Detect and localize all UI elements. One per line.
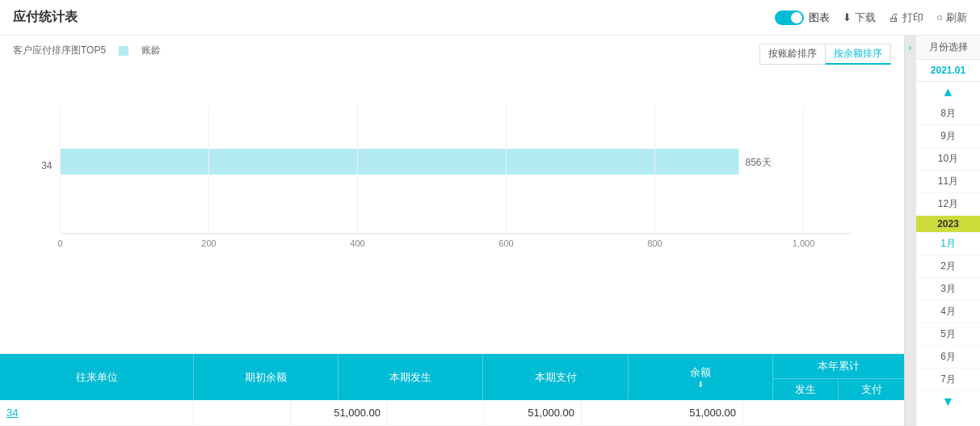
td-wanglai[interactable]: 34 xyxy=(0,400,194,425)
refresh-icon: ○ xyxy=(936,11,943,23)
month-item-4[interactable]: 4月 xyxy=(916,301,980,323)
month-item-2[interactable]: 2月 xyxy=(916,255,980,278)
svg-text:400: 400 xyxy=(350,238,364,248)
sort-by-balance-button[interactable]: 按账龄排序 xyxy=(759,44,825,65)
chart-svg: 34 856天 0 200 400 600 800 1,000 xyxy=(13,64,891,282)
td-bnlj-zf xyxy=(743,400,904,425)
month-item-7[interactable]: 7月 xyxy=(916,369,980,391)
chart-container: 34 856天 0 200 400 600 800 1,000 xyxy=(13,64,891,290)
svg-text:856天: 856天 xyxy=(746,157,772,168)
th-bennianleiji: 本年累计 发生 支付 xyxy=(773,354,904,400)
legend-color-label: 账龄 xyxy=(141,44,161,57)
td-bnlj-fs: 51,000.00 xyxy=(582,400,743,425)
download-label: 下载 xyxy=(855,11,876,25)
svg-text:0: 0 xyxy=(57,238,62,248)
td-bqzf xyxy=(388,400,485,425)
header-actions: 图表 ⬇ 下载 🖨 打印 ○ 刷新 xyxy=(775,11,967,25)
svg-text:200: 200 xyxy=(201,238,216,248)
download-icon: ⬇ xyxy=(843,11,852,23)
table-row: 34 51,000.00 51,000.00 xyxy=(0,400,904,426)
month-nav-down[interactable]: ▼ xyxy=(916,391,980,412)
th-benbqifasheng: 本期发生 xyxy=(339,354,483,400)
month-item-1[interactable]: 1月 xyxy=(916,233,980,255)
panel-divider[interactable]: › xyxy=(904,36,915,426)
month-item-8[interactable]: 8月 xyxy=(916,103,980,125)
th-ye: 余额 ⬇ xyxy=(629,354,773,400)
legend-text: 客户应付排序图TOP5 xyxy=(13,44,106,57)
month-item-3[interactable]: 3月 xyxy=(916,278,980,301)
svg-text:800: 800 xyxy=(647,238,662,248)
chevron-right-icon: › xyxy=(909,42,912,53)
chart-toggle[interactable] xyxy=(775,11,804,25)
refresh-label: 刷新 xyxy=(946,11,967,25)
year-label-2023: 2023 xyxy=(916,216,980,233)
month-item-10[interactable]: 10月 xyxy=(916,148,980,171)
th-wanglaidanwei: 往来单位 xyxy=(0,354,194,400)
svg-text:1,000: 1,000 xyxy=(793,238,815,248)
month-selector-header: 月份选择 xyxy=(916,36,980,60)
month-item-12[interactable]: 12月 xyxy=(916,193,980,216)
th-qichuye: 期初余额 xyxy=(194,354,339,400)
svg-rect-1 xyxy=(61,149,739,175)
print-icon: 🖨 xyxy=(889,11,899,23)
month-item-6[interactable]: 6月 xyxy=(916,346,980,369)
print-label: 打印 xyxy=(902,11,923,25)
sort-buttons: 按账龄排序 按余额排序 xyxy=(759,44,891,65)
svg-text:600: 600 xyxy=(498,238,513,248)
month-item-5[interactable]: 5月 xyxy=(916,323,980,346)
selected-month[interactable]: 2021.01 xyxy=(916,60,980,82)
month-list: 8月 9月 10月 11月 12月 2023 1月 2月 3月 4月 5月 6月… xyxy=(916,103,980,391)
page-title: 应付统计表 xyxy=(13,9,78,26)
table-header: 往来单位 期初余额 本期发生 本期支付 余额 ⬇ xyxy=(0,354,904,400)
table-area: 往来单位 期初余额 本期发生 本期支付 余额 ⬇ xyxy=(0,353,904,426)
month-selector-panel: 月份选择 2021.01 ▲ 8月 9月 10月 11月 12月 2023 1月… xyxy=(915,36,980,426)
td-bnlj-group: 51,000.00 xyxy=(582,400,904,425)
toggle-label: 图表 xyxy=(809,11,830,25)
sort-by-amount-button[interactable]: 按余额排序 xyxy=(825,44,891,65)
td-qichuye xyxy=(194,400,291,425)
print-button[interactable]: 🖨 打印 xyxy=(889,11,923,25)
month-item-11[interactable]: 11月 xyxy=(916,171,980,193)
td-bqfs: 51,000.00 xyxy=(291,400,388,425)
svg-text:34: 34 xyxy=(41,160,53,171)
legend-dot xyxy=(119,46,128,56)
th-benbqizhifu: 本期支付 xyxy=(483,354,628,400)
chart-toggle-container[interactable]: 图表 xyxy=(775,11,830,25)
month-item-9[interactable]: 9月 xyxy=(916,125,980,148)
month-nav-up[interactable]: ▲ xyxy=(916,82,980,103)
chart-area: 客户应付排序图TOP5 账龄 按账龄排序 按余额排序 34 xyxy=(0,36,904,353)
download-button[interactable]: ⬇ 下载 xyxy=(843,11,876,25)
refresh-button[interactable]: ○ 刷新 xyxy=(936,11,967,25)
td-ye: 51,000.00 xyxy=(485,400,582,425)
